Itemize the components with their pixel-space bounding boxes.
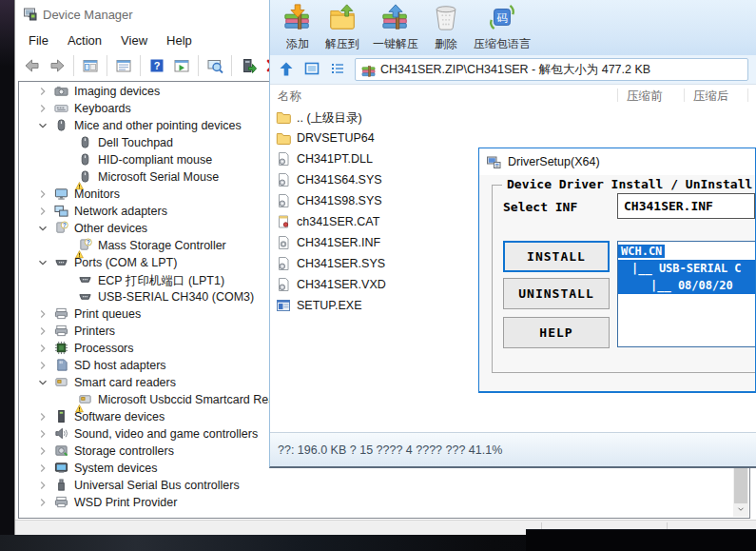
tree-item[interactable]: WSD Print Provider [19,494,733,511]
folder-icon [276,130,291,146]
chevron-right-icon[interactable] [36,307,49,321]
imaging-icon [54,84,68,98]
chevron-right-icon[interactable] [36,102,49,115]
update-driver-icon[interactable] [239,56,258,75]
chevron-right-icon[interactable] [36,410,49,423]
sd-icon [54,358,68,372]
file-row[interactable]: DRVSETUP64 [270,128,756,148]
driver-setup-dialog: DriverSetup(X64) Device Driver Install /… [478,148,756,393]
mouse-icon [78,169,92,184]
archive-navbar: CH341SER.ZIP\CH341SER - 解包大小为 477.2 KB [270,55,756,84]
archive-file-icon [361,63,376,77]
inf-select-combo[interactable]: CH341SER.INF [617,193,755,219]
console-tree-icon[interactable] [81,56,100,75]
archive-language-button[interactable]: 码压缩包语言 [474,0,531,52]
port-icon [54,255,68,269]
chevron-right-icon[interactable] [36,342,49,355]
export-list-icon[interactable] [172,56,191,75]
chevron-right-icon[interactable] [36,427,49,441]
sysfile-icon [276,151,291,167]
chevron-right-icon[interactable] [36,444,49,458]
monitor-icon [54,187,68,201]
unknown-icon: ? [54,221,68,235]
network-icon [54,204,68,218]
scan-hardware-changes-icon[interactable] [205,56,224,75]
add-button[interactable]: 添加 [283,0,312,52]
printer-icon [54,324,68,338]
smartcard-icon [78,392,92,406]
storage-icon [54,443,68,458]
scroll-down-button[interactable] [733,502,748,517]
desktop-corner [0,0,14,67]
address-bar[interactable]: CH341SER.ZIP\CH341SER - 解包大小为 477.2 KB [355,58,748,81]
column-divider [617,89,618,102]
file-row[interactable]: .. (上级目录) [270,107,756,128]
device-info-listbox[interactable]: WCH.CN|__ USB-SERIAL C|__ 08/08/20 [617,241,756,347]
back-icon[interactable] [23,56,42,75]
menu-help[interactable]: Help [157,31,202,49]
chevron-right-icon[interactable] [36,359,49,372]
chevron-down-icon[interactable] [36,376,49,389]
address-text: CH341SER.ZIP\CH341SER - 解包大小为 477.2 KB [380,62,650,78]
folder-extract-icon [328,3,357,35]
column-header[interactable]: 名称 [278,89,301,105]
desktop-dark-window [526,529,756,551]
books-extract-icon [381,3,410,35]
chevron-right-icon[interactable] [36,496,49,509]
system-icon [54,461,68,475]
chevron-down-icon[interactable] [36,222,49,235]
chevron-right-icon[interactable] [36,85,49,98]
screen: Device Manager FileActionViewHelp ? Imag… [0,0,756,551]
tree-item[interactable]: Universal Serial Bus controllers [19,477,733,494]
usb-icon [54,478,68,492]
chevron-right-icon[interactable] [36,462,49,475]
svg-text:?: ? [63,222,67,228]
properties-icon[interactable] [114,56,133,75]
list-mode-button[interactable] [329,60,348,79]
install-button[interactable]: INSTALL [503,241,610,272]
column-header[interactable]: 压缩后 [693,89,729,105]
uninstall-button[interactable]: UNINSTALL [503,278,610,309]
chevron-right-icon[interactable] [36,205,49,218]
archive-status-text: ??: 196.0 KB ? 15 ???? 4 ???? ??? 41.1% [278,443,502,457]
view-mode-button[interactable] [303,60,322,79]
keyboard-icon [54,101,68,115]
group-box-title: Device Driver Install / UnInstall [502,177,756,191]
forward-icon[interactable] [48,56,67,75]
delete-button[interactable]: 删除 [432,0,460,52]
chevron-down-icon[interactable] [36,256,49,269]
archive-statusbar: ??: 196.0 KB ? 15 ???? 4 ???? ??? 41.1% [270,432,756,466]
sysfile-icon [276,193,291,208]
extract-to-button[interactable]: 解压到 [325,0,359,52]
select-inf-label: Select INF [503,200,577,214]
chevron-right-icon[interactable] [36,187,49,201]
toolbar-separator [198,55,199,76]
file-list-header: 名称压缩前压缩后 [270,84,756,106]
help-button[interactable]: HELP [503,317,610,348]
port-icon [78,289,92,304]
up-directory-button[interactable] [278,60,297,79]
catfile-icon [276,214,291,229]
device-info-line[interactable]: |__ USB-SERIAL C [618,260,756,277]
help-icon[interactable]: ? [147,56,166,75]
device-info-line[interactable]: WCH.CN [618,243,756,260]
inffile-icon [276,235,291,250]
chevron-right-icon[interactable] [36,479,49,492]
column-header[interactable]: 压缩前 [627,89,663,105]
toolbar-separator [73,55,74,76]
menu-file[interactable]: File [19,31,58,49]
svg-text:?: ? [87,239,90,246]
window-title: Device Manager [43,8,133,22]
device-info-line[interactable]: |__ 08/08/20 [618,277,756,294]
toolbar-separator [231,55,232,76]
menu-view[interactable]: View [111,31,157,49]
chevron-right-icon[interactable] [36,325,49,338]
smartcard-icon [54,375,68,389]
one-click-extract-button[interactable]: 一键解压 [373,0,418,52]
mouse-icon [54,118,68,132]
menu-action[interactable]: Action [58,31,111,49]
chevron-down-icon[interactable] [36,119,49,132]
warning-icon [75,246,84,254]
dialog-titlebar[interactable]: DriverSetup(X64) [479,148,755,175]
warning-icon [75,400,84,408]
